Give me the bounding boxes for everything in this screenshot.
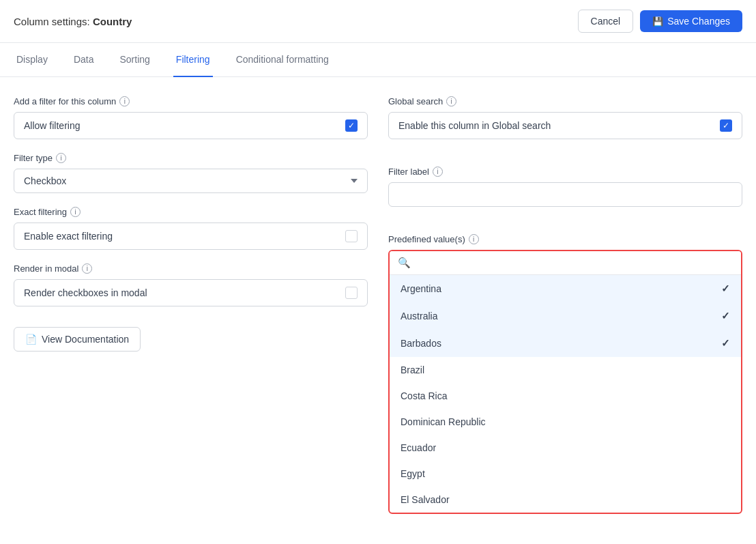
country-name: Egypt (401, 468, 425, 479)
view-documentation-button[interactable]: 📄 View Documentation (14, 327, 141, 352)
render-modal-info-icon[interactable]: i (82, 263, 92, 274)
chevron-down-icon (351, 179, 358, 183)
filter-label-info-icon[interactable]: i (433, 167, 443, 177)
title-prefix: Column settings: (14, 16, 90, 27)
filter-label-section: Filter label i (388, 167, 742, 177)
global-search-group: Global search i Enable this column in Gl… (388, 96, 742, 139)
tab-filtering[interactable]: Filtering (173, 43, 213, 77)
country-list: Argentina ✓ Australia ✓ Barbados ✓ Bra (390, 275, 741, 513)
global-search-checkbox[interactable] (720, 119, 732, 132)
search-icon: 🔍 (398, 257, 411, 269)
exact-filtering-checkbox[interactable] (345, 230, 358, 242)
cancel-button[interactable]: Cancel (578, 10, 634, 33)
global-search-checkbox-label: Enable this column in Global search (398, 120, 551, 131)
country-name: Dominican Republic (401, 416, 486, 427)
tab-display[interactable]: Display (14, 43, 50, 77)
tab-conditional-formatting[interactable]: Conditional formatting (233, 43, 332, 77)
filter-type-label: Filter type i (14, 153, 368, 163)
right-panel: Global search i Enable this column in Gl… (388, 96, 742, 528)
exact-filtering-checkbox-label: Enable exact filtering (24, 231, 113, 242)
list-item[interactable]: El Salvador (390, 487, 741, 513)
tab-sorting[interactable]: Sorting (117, 43, 152, 77)
list-item[interactable]: Egypt (390, 461, 741, 487)
two-column-layout: Add a filter for this column i Allow fil… (14, 96, 742, 528)
predefined-values-group: Predefined value(s) i 🔍 Argentina ✓ (388, 234, 742, 514)
filter-type-group: Filter type i Checkbox (14, 153, 368, 193)
render-modal-group: Render in modal i Render checkboxes in m… (14, 263, 368, 306)
render-modal-label: Render in modal i (14, 263, 368, 274)
filter-type-info-icon[interactable]: i (56, 153, 66, 163)
predefined-panel: 🔍 Argentina ✓ Australia ✓ Bar (388, 250, 742, 514)
save-button[interactable]: 💾 Save Changes (640, 10, 742, 32)
global-search-row[interactable]: Enable this column in Global search (388, 112, 742, 139)
title-value: Country (93, 16, 132, 27)
filter-section-text: Add a filter for this column (14, 96, 116, 106)
list-item[interactable]: Dominican Republic (390, 409, 741, 435)
render-modal-row[interactable]: Render checkboxes in modal (14, 279, 368, 306)
predefined-info-icon[interactable]: i (469, 234, 479, 244)
check-icon: ✓ (721, 337, 730, 349)
filter-label-group: Filter label i (388, 167, 742, 207)
save-label: Save Changes (667, 16, 730, 27)
check-icon: ✓ (721, 310, 730, 322)
render-modal-checkbox-label: Render checkboxes in modal (24, 287, 147, 298)
filter-section-info-icon[interactable]: i (119, 96, 130, 106)
header-actions: Cancel 💾 Save Changes (578, 10, 742, 33)
filter-type-value: Checkbox (24, 175, 66, 186)
country-name: Costa Rica (401, 390, 447, 401)
allow-filtering-group: Add a filter for this column i Allow fil… (14, 96, 368, 139)
list-item[interactable]: Ecuador (390, 435, 741, 461)
header: Column settings: Country Cancel 💾 Save C… (0, 0, 756, 43)
list-item[interactable]: Brazil (390, 357, 741, 383)
search-input[interactable] (416, 257, 733, 268)
list-item[interactable]: Costa Rica (390, 383, 741, 409)
global-search-label: Global search i (388, 96, 742, 106)
allow-filtering-checkbox[interactable] (345, 119, 358, 132)
left-panel: Add a filter for this column i Allow fil… (14, 96, 368, 528)
allow-filtering-label: Allow filtering (24, 120, 80, 131)
country-name: Barbados (401, 338, 441, 349)
country-name: Argentina (401, 283, 441, 294)
check-icon: ✓ (721, 283, 730, 295)
country-name: El Salvador (401, 494, 450, 505)
list-item[interactable]: Argentina ✓ (390, 275, 741, 302)
filter-label-text: Filter label (388, 167, 429, 177)
tab-bar: Display Data Sorting Filtering Condition… (0, 43, 756, 77)
save-icon: 💾 (652, 16, 663, 27)
main-content: Add a filter for this column i Allow fil… (0, 77, 756, 544)
exact-filtering-row[interactable]: Enable exact filtering (14, 223, 368, 250)
exact-filtering-group: Exact filtering i Enable exact filtering (14, 207, 368, 250)
country-name: Ecuador (401, 442, 436, 453)
exact-filtering-text: Exact filtering (14, 207, 67, 217)
country-name: Brazil (401, 364, 424, 375)
country-name: Australia (401, 311, 437, 321)
filter-type-text: Filter type (14, 153, 53, 163)
document-icon: 📄 (25, 334, 37, 345)
list-item[interactable]: Australia ✓ (390, 302, 741, 330)
global-search-text: Global search (388, 96, 443, 106)
list-item[interactable]: Barbados ✓ (390, 330, 741, 357)
global-search-info-icon[interactable]: i (446, 96, 456, 106)
search-bar: 🔍 (390, 251, 741, 275)
predefined-label-text: Predefined value(s) (388, 234, 465, 244)
allow-filtering-row[interactable]: Allow filtering (14, 112, 368, 139)
filter-type-select[interactable]: Checkbox (14, 169, 368, 193)
tab-data[interactable]: Data (71, 43, 97, 77)
filter-section-label: Add a filter for this column i (14, 96, 368, 106)
exact-filtering-info-icon[interactable]: i (70, 207, 81, 217)
render-modal-checkbox[interactable] (345, 287, 358, 299)
view-doc-label: View Documentation (42, 334, 129, 345)
page-title: Column settings: Country (14, 16, 132, 27)
filter-label-input[interactable] (388, 182, 742, 207)
render-modal-text: Render in modal (14, 263, 78, 274)
predefined-values-label: Predefined value(s) i (388, 234, 742, 244)
exact-filtering-label: Exact filtering i (14, 207, 368, 217)
